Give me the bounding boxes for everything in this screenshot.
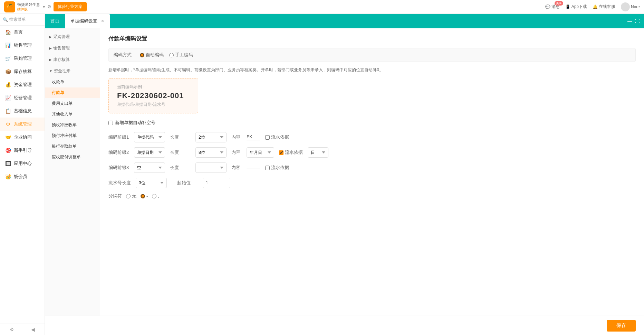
separator-radio-group: 无 - . xyxy=(126,193,159,199)
bottom-bar: 保存 xyxy=(45,316,644,335)
message-badge: 99+ xyxy=(555,1,563,6)
sales-icon: 📊 xyxy=(5,42,11,48)
sub-group-capital-title[interactable]: ▼ 资金往来 xyxy=(45,65,100,77)
prefix3-length-select[interactable] xyxy=(195,162,227,173)
encoding-radio-group: 自动编码 手工编码 xyxy=(140,52,193,58)
prefix2-watermark-select[interactable]: 日 xyxy=(308,147,328,158)
sidebar-item-operations[interactable]: 📈 经营管理 xyxy=(0,91,45,104)
serial-length-label: 流水号长度 xyxy=(108,180,131,186)
sub-group-purchase-title[interactable]: ▶ 采购管理 xyxy=(45,31,100,43)
sidebar-search[interactable]: 🔍 搜索菜单 xyxy=(0,14,45,26)
sidebar-item-sales[interactable]: 📊 销售管理 xyxy=(0,39,45,52)
prefix2-length-label: 长度 xyxy=(170,149,191,156)
sidebar-item-apps[interactable]: 🔲 应用中心 xyxy=(0,157,45,170)
sidebar-item-system[interactable]: ⚙ 系统管理 xyxy=(0,118,45,131)
sidebar-item-guide[interactable]: 🎯 新手引导 xyxy=(0,144,45,157)
sep-dot-radio[interactable] xyxy=(152,194,156,198)
auto-encoding-radio[interactable] xyxy=(140,53,144,57)
download-icon: 📱 xyxy=(565,4,570,9)
tab-encoding-settings[interactable]: 单据编码设置 ✕ xyxy=(65,14,110,28)
prefix1-select[interactable]: 单据代码 xyxy=(134,132,165,142)
collapse-icon[interactable]: ◀ xyxy=(31,327,35,332)
user-menu[interactable]: Nare xyxy=(621,2,640,11)
code-preview-box: 当前编码示例： FK-20230602-001 单据代码-单据日期-流水号 xyxy=(108,78,198,113)
app-download-button[interactable]: 📱 App下载 xyxy=(565,4,587,10)
serial-start-input[interactable] xyxy=(203,178,230,188)
arrow-right-icon-2: ▶ xyxy=(49,46,52,50)
save-button[interactable]: 保存 xyxy=(607,320,636,332)
prefix2-length-select[interactable]: 8位 xyxy=(195,147,227,158)
page-title: 付款单编码设置 xyxy=(108,35,636,43)
prefix1-length-select[interactable]: 2位 xyxy=(195,132,227,142)
settings-bottom-icon[interactable]: ⚙ xyxy=(10,327,14,332)
prefix2-watermark-checkbox[interactable] xyxy=(279,150,283,155)
sub-item-expense[interactable]: 费用支出单 xyxy=(45,98,100,109)
sub-item-receipt[interactable]: 收款单 xyxy=(45,77,100,87)
avatar xyxy=(621,2,630,11)
manual-encoding-option[interactable]: 手工编码 xyxy=(169,52,193,58)
prefix2-select[interactable]: 单据日期 xyxy=(134,147,165,158)
prefix3-content-value xyxy=(247,167,260,168)
guide-icon: 🎯 xyxy=(5,147,11,153)
minimize-icon[interactable]: — xyxy=(627,18,632,24)
prefix1-watermark-checkbox[interactable] xyxy=(265,135,270,140)
message-button[interactable]: 💬 消息 99+ xyxy=(545,4,560,10)
sub-item-payment[interactable]: 付款单 xyxy=(45,87,100,98)
sub-group-sales-title[interactable]: ▶ 销售管理 xyxy=(45,43,100,54)
sidebar-item-finance[interactable]: 💰 资金管理 xyxy=(0,78,45,91)
message-icon: 💬 xyxy=(545,4,550,9)
prefix3-content-label: 内容 xyxy=(231,165,242,171)
sep-dash-option[interactable]: - xyxy=(141,194,148,199)
system-icon: ⚙ xyxy=(5,121,11,127)
tab-home[interactable]: 首页 xyxy=(45,14,65,28)
prefix2-watermark: 流水依据 xyxy=(279,149,303,156)
online-service-button[interactable]: 🔔 在线客服 xyxy=(593,4,615,10)
brand-text: 畅捷通好生意 插件版 xyxy=(17,2,40,11)
separator-row: 分隔符 无 - . xyxy=(108,193,636,199)
top-bar: 🍊 畅捷通好生意 插件版 ▾ ⚙ 体验行业方案 💬 消息 99+ 📱 App下载… xyxy=(0,0,644,14)
code-preview-value: FK-20230602-001 xyxy=(117,91,190,100)
sub-item-bank[interactable]: 银行存取款单 xyxy=(45,141,100,152)
prefix2-content-select[interactable]: 年月日 xyxy=(247,147,274,158)
collaboration-icon: 🤝 xyxy=(5,134,11,140)
sub-group-inventory-title[interactable]: ▶ 库存核算 xyxy=(45,54,100,65)
sidebar: 🔍 搜索菜单 🏠 首页 📊 销售管理 🛒 采购管理 📦 库存核算 💰 资金管理 … xyxy=(0,14,45,335)
sub-item-advance-offset[interactable]: 预付冲应付单 xyxy=(45,130,100,141)
prefix3-select[interactable]: 空 xyxy=(134,162,165,173)
sidebar-item-member[interactable]: 👑 畅会员 xyxy=(0,170,45,183)
sub-group-purchase: ▶ 采购管理 xyxy=(45,31,100,43)
arrow-right-icon: ▶ xyxy=(49,35,52,39)
serial-length-select[interactable]: 3位 xyxy=(136,178,167,188)
auto-encoding-option[interactable]: 自动编码 xyxy=(140,52,164,58)
sub-item-other-income[interactable]: 其他收入单 xyxy=(45,109,100,120)
manual-encoding-radio[interactable] xyxy=(169,53,174,57)
experience-button[interactable]: 体验行业方案 xyxy=(54,2,87,11)
sidebar-item-home[interactable]: 🏠 首页 xyxy=(0,26,45,39)
auto-fill-checkbox[interactable] xyxy=(108,121,113,125)
search-icon: 🔍 xyxy=(3,17,8,22)
sep-none-option[interactable]: 无 xyxy=(126,193,136,199)
prefix3-label: 编码前缀3 xyxy=(108,165,129,171)
sidebar-item-inventory[interactable]: 📦 库存核算 xyxy=(0,65,45,78)
prefix3-watermark: 流水依据 xyxy=(265,165,289,171)
sidebar-item-purchase[interactable]: 🛒 采购管理 xyxy=(0,52,45,65)
sep-dash-radio[interactable] xyxy=(141,194,145,198)
finance-icon: 💰 xyxy=(5,82,11,88)
settings-icon[interactable]: ⚙ xyxy=(47,4,51,9)
sub-item-prepay-offset[interactable]: 预收冲应收单 xyxy=(45,120,100,130)
tab-close-icon[interactable]: ✕ xyxy=(101,19,104,24)
sub-group-inventory: ▶ 库存核算 xyxy=(45,54,100,65)
top-bar-left: 🍊 畅捷通好生意 插件版 ▾ ⚙ 体验行业方案 xyxy=(4,1,87,12)
sep-dot-option[interactable]: . xyxy=(152,194,159,199)
top-bar-right: 💬 消息 99+ 📱 App下载 🔔 在线客服 Nare xyxy=(545,2,640,11)
basics-icon: 📋 xyxy=(5,108,11,114)
sep-none-radio[interactable] xyxy=(126,194,131,198)
sidebar-item-basics[interactable]: 📋 基础信息 xyxy=(0,104,45,118)
prefix1-content-value: FK xyxy=(247,134,260,140)
maximize-icon[interactable]: ⛶ xyxy=(635,18,640,24)
chevron-down-icon[interactable]: ▾ xyxy=(43,4,45,9)
sidebar-item-collaboration[interactable]: 🤝 企业协同 xyxy=(0,131,45,144)
sub-item-adjustment[interactable]: 应收应付调整单 xyxy=(45,152,100,162)
prefix3-watermark-checkbox[interactable] xyxy=(265,166,270,170)
sub-group-capital: ▼ 资金往来 收款单 付款单 费用支出单 其他收入单 预收冲应收单 预付冲应付单… xyxy=(45,65,100,162)
